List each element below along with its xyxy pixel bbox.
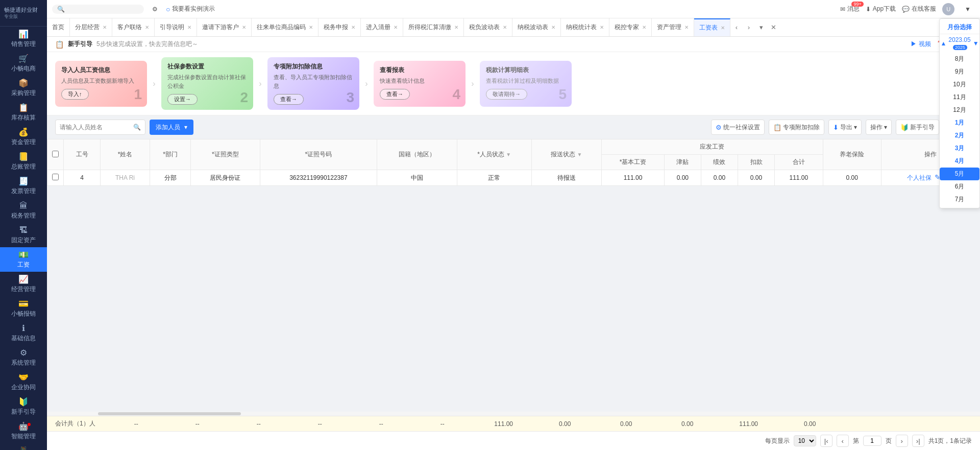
month-picker-nav-down[interactable]: ▼ bbox=[973, 40, 979, 47]
tab-nav-right[interactable]: › bbox=[743, 18, 755, 37]
page-first-button[interactable]: |‹ bbox=[820, 435, 832, 447]
tab-close-icon[interactable]: ✕ bbox=[684, 25, 689, 30]
month-10[interactable]: 10月 bbox=[940, 78, 979, 91]
row-checkbox[interactable] bbox=[52, 174, 59, 180]
select-all-checkbox[interactable] bbox=[52, 151, 59, 157]
scrollbar-thumb[interactable] bbox=[98, 412, 241, 415]
tab-nav-left[interactable]: ‹ bbox=[730, 18, 743, 37]
tab-close-icon[interactable]: ✕ bbox=[351, 25, 355, 30]
sidebar-item-发票管理[interactable]: 🧾发票管理 bbox=[0, 174, 47, 198]
tab-分层经营[interactable]: 分层经营✕ bbox=[70, 18, 112, 37]
page-next-button[interactable]: › bbox=[896, 435, 908, 447]
month-11[interactable]: 11月 bbox=[940, 91, 979, 104]
tab-进入清册[interactable]: 进入清册✕ bbox=[361, 18, 403, 37]
tab-客户联络[interactable]: 客户联络✕ bbox=[112, 18, 155, 37]
tab-工资表[interactable]: 工资表✕ bbox=[694, 18, 730, 37]
month-4[interactable]: 4月 bbox=[940, 155, 979, 168]
special-deduction-button[interactable]: 📋 专项附加扣除 bbox=[769, 120, 824, 135]
sidebar-item-资金管理[interactable]: 💰资金管理 bbox=[0, 125, 47, 149]
tab-close-icon[interactable]: ✕ bbox=[309, 25, 313, 30]
step-5-button[interactable]: 敬请期待→ bbox=[486, 89, 527, 100]
sidebar-item-应用中心[interactable]: 📱应用中心 bbox=[0, 443, 47, 450]
add-person-button[interactable]: 添加人员 ▾ bbox=[150, 120, 193, 135]
sidebar-item-固定资产[interactable]: 🏗固定资产 bbox=[0, 223, 47, 247]
topbar-search-input[interactable] bbox=[67, 6, 133, 13]
page-prev-button[interactable]: ‹ bbox=[837, 435, 849, 447]
step-3-button[interactable]: 查看→ bbox=[274, 94, 304, 105]
step-2-title: 社保参数设置 bbox=[167, 62, 247, 71]
tab-首页[interactable]: 首页 bbox=[47, 18, 70, 37]
sidebar-item-企业协同[interactable]: 🤝企业协同 bbox=[0, 370, 47, 394]
sidebar-item-销售管理[interactable]: 📊销售管理 bbox=[0, 27, 47, 51]
tab-税控专家[interactable]: 税控专家✕ bbox=[609, 18, 652, 37]
tab-引导说明[interactable]: 引导说明✕ bbox=[155, 18, 197, 37]
tab-close-icon[interactable]: ✕ bbox=[503, 25, 507, 30]
month-picker-nav-up[interactable]: ▲ bbox=[940, 40, 946, 47]
tab-纳税统计表[interactable]: 纳税统计表✕ bbox=[561, 18, 609, 37]
user-menu-button[interactable]: ▼ bbox=[961, 5, 975, 14]
tab-税务申报[interactable]: 税务申报✕ bbox=[318, 18, 361, 37]
tab-close-icon[interactable]: ✕ bbox=[187, 25, 191, 30]
month-1[interactable]: 1月 bbox=[940, 116, 979, 129]
step-1-button[interactable]: 导入↑ bbox=[61, 89, 89, 100]
horizontal-scrollbar[interactable] bbox=[47, 412, 980, 416]
app-download-button[interactable]: ⬇ App下载 bbox=[866, 5, 896, 13]
topbar-demo-button[interactable]: ○ 我要看实例演示 bbox=[166, 5, 215, 13]
month-5[interactable]: 5月 bbox=[940, 168, 979, 180]
sidebar-item-小畅电商[interactable]: 🛒小畅电商 bbox=[0, 51, 47, 76]
month-8[interactable]: 8月 bbox=[940, 53, 979, 65]
tab-所得税汇算清缴[interactable]: 所得税汇算清缴✕ bbox=[403, 18, 464, 37]
sidebar-item-采购管理[interactable]: 📦采购管理 bbox=[0, 76, 47, 100]
tab-close-icon[interactable]: ✕ bbox=[145, 25, 149, 30]
social-insurance-button[interactable]: ⚙ 统一社保设置 bbox=[711, 120, 765, 135]
step-4-button[interactable]: 查看→ bbox=[380, 89, 410, 100]
month-7[interactable]: 7月 bbox=[940, 193, 979, 206]
personal-social-insurance-link[interactable]: 个人社保 bbox=[907, 174, 932, 181]
message-button[interactable]: ✉ 消息 99+ bbox=[840, 5, 860, 13]
month-12[interactable]: 12月 bbox=[940, 104, 979, 116]
person-search-input[interactable] bbox=[60, 124, 131, 131]
tab-邀请下游客户[interactable]: 邀请下游客户✕ bbox=[197, 18, 252, 37]
tab-资产管理[interactable]: 资产管理✕ bbox=[652, 18, 694, 37]
online-service-button[interactable]: 💬 在线客服 bbox=[902, 5, 936, 13]
tab-close-active-icon[interactable]: ✕ bbox=[721, 25, 725, 31]
tab-close-all[interactable]: ✕ bbox=[767, 18, 779, 37]
topbar-settings-button[interactable]: ⚙ bbox=[148, 5, 162, 14]
person-search-icon[interactable]: 🔍 bbox=[133, 124, 141, 131]
sidebar-item-智能管理[interactable]: 🤖智能管理 bbox=[0, 419, 47, 443]
table-wrap: 工号 *姓名 *部门 *证照类型 *证照号码 国籍（地区） *人员状态 ▼ 报送… bbox=[47, 139, 980, 412]
export-button[interactable]: ⬇ 导出 ▾ bbox=[828, 120, 862, 135]
tab-close-icon[interactable]: ✕ bbox=[642, 25, 646, 30]
tab-税负波动表[interactable]: 税负波动表✕ bbox=[464, 18, 512, 37]
tab-nav-dropdown[interactable]: ▾ bbox=[755, 18, 767, 37]
page-last-button[interactable]: ›| bbox=[912, 435, 924, 447]
sidebar-item-库存核算[interactable]: 📋库存核算 bbox=[0, 100, 47, 125]
page-input[interactable] bbox=[863, 436, 881, 446]
sidebar-item-工资[interactable]: 💵工资 bbox=[0, 247, 47, 272]
sidebar-item-总账管理[interactable]: 📒总账管理 bbox=[0, 149, 47, 174]
sidebar-item-经营管理[interactable]: 📈经营管理 bbox=[0, 272, 47, 296]
operation-button[interactable]: 操作 ▾ bbox=[866, 120, 892, 135]
sidebar-item-基础信息[interactable]: ℹ基础信息 bbox=[0, 321, 47, 345]
tab-close-icon[interactable]: ✕ bbox=[454, 25, 458, 30]
month-2[interactable]: 2月 bbox=[940, 129, 979, 142]
tab-纳税波动表[interactable]: 纳税波动表✕ bbox=[512, 18, 561, 37]
tab-往来单位商品编码[interactable]: 往来单位商品编码✕ bbox=[252, 18, 318, 37]
sidebar-item-新手引导[interactable]: 🔰新手引导 bbox=[0, 394, 47, 419]
month-6[interactable]: 6月 bbox=[940, 180, 979, 193]
newguide-button[interactable]: 🔰 新手引导 bbox=[896, 120, 939, 135]
tab-close-icon[interactable]: ✕ bbox=[394, 25, 398, 30]
tab-close-icon[interactable]: ✕ bbox=[242, 25, 246, 30]
month-3[interactable]: 3月 bbox=[940, 142, 979, 155]
sidebar-item-系统管理[interactable]: ⚙系统管理 bbox=[0, 345, 47, 370]
guide-video-button[interactable]: ▶ 视频 bbox=[911, 40, 930, 49]
month-9[interactable]: 9月 bbox=[940, 65, 979, 78]
sidebar-item-小畅报销[interactable]: 💳小畅报销 bbox=[0, 296, 47, 321]
tab-close-icon[interactable]: ✕ bbox=[103, 25, 107, 30]
page-size-select[interactable]: 10 20 50 bbox=[794, 435, 816, 446]
step-2-button[interactable]: 设置→ bbox=[167, 94, 198, 105]
tab-close-icon[interactable]: ✕ bbox=[600, 25, 604, 30]
sidebar-item-税务管理[interactable]: 🏛税务管理 bbox=[0, 198, 47, 223]
user-avatar[interactable]: U bbox=[942, 3, 954, 15]
tab-close-icon[interactable]: ✕ bbox=[551, 25, 555, 30]
